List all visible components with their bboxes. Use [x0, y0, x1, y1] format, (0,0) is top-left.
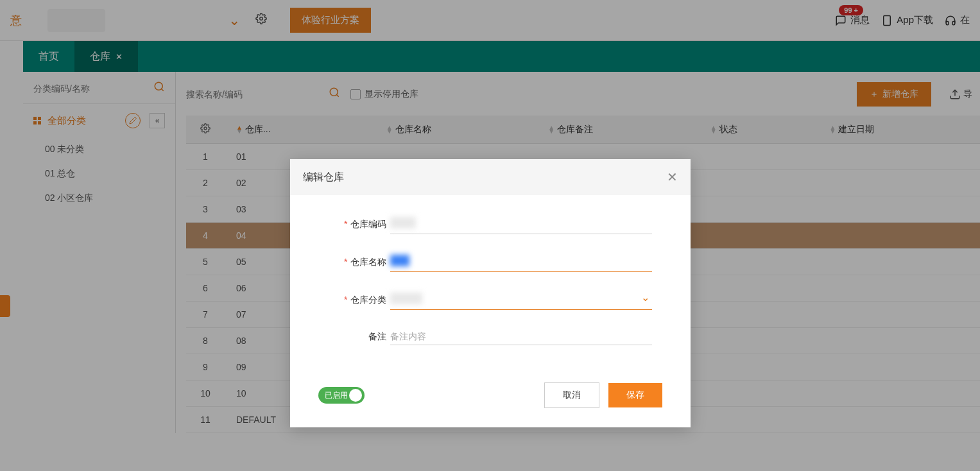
modal-backdrop: 编辑仓库 ✕ *仓库编码 *仓库名称 *仓库分类 ⌄ 备注 — [0, 0, 980, 471]
remark-label: 备注 — [329, 331, 390, 343]
name-label: *仓库名称 — [329, 257, 390, 268]
name-value-redacted — [390, 255, 409, 266]
form-row-name: *仓库名称 — [329, 252, 652, 272]
form-row-remark: 备注 — [329, 328, 652, 345]
edit-warehouse-modal: 编辑仓库 ✕ *仓库编码 *仓库名称 *仓库分类 ⌄ 备注 — [290, 159, 691, 427]
save-button[interactable]: 保存 — [608, 383, 662, 407]
form-row-category: *仓库分类 ⌄ — [329, 290, 652, 310]
category-label: *仓库分类 — [329, 295, 390, 306]
code-input-wrap[interactable] — [390, 214, 652, 234]
code-label: *仓库编码 — [329, 219, 390, 230]
remark-input-wrap — [390, 328, 652, 345]
category-select[interactable]: ⌄ — [390, 290, 652, 310]
toggle-knob — [349, 389, 362, 402]
toggle-label: 已启用 — [325, 390, 348, 401]
category-value-redacted — [390, 293, 422, 304]
modal-footer: 已启用 取消 保存 — [290, 376, 691, 427]
chevron-down-icon: ⌄ — [641, 291, 649, 304]
code-value-redacted — [390, 217, 416, 228]
enabled-toggle[interactable]: 已启用 — [318, 387, 365, 404]
cancel-button[interactable]: 取消 — [544, 382, 599, 408]
name-input-wrap[interactable] — [390, 252, 652, 272]
modal-title: 编辑仓库 — [303, 171, 344, 184]
modal-header: 编辑仓库 ✕ — [290, 159, 691, 195]
form-row-code: *仓库编码 — [329, 214, 652, 234]
remark-input[interactable] — [390, 331, 652, 341]
modal-close-button[interactable]: ✕ — [667, 169, 678, 185]
modal-body: *仓库编码 *仓库名称 *仓库分类 ⌄ 备注 — [290, 195, 691, 376]
